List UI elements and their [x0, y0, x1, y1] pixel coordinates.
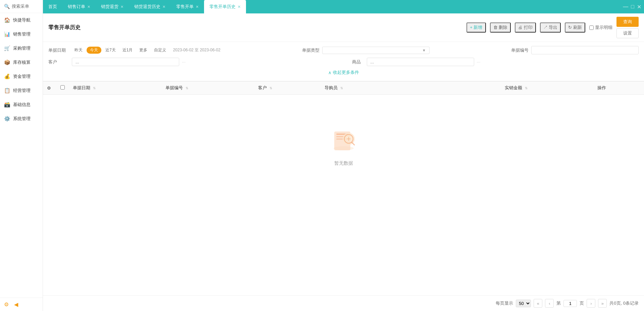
tab-sales-return-history[interactable]: 销货退货历史 ✕ — [129, 0, 171, 13]
page-size-select[interactable]: 50 — [516, 300, 531, 307]
sidebar-item-label: 经营管理 — [13, 88, 31, 94]
sort-icon: ⇅ — [340, 86, 343, 90]
customer-dots: ··· — [182, 59, 186, 64]
th-checkbox[interactable] — [56, 82, 69, 95]
date-btn-more[interactable]: 更多 — [137, 47, 150, 54]
table-footer: 每页显示 50 « ‹ 第 页 › » 共0页, 0条记录 — [43, 295, 644, 311]
refresh-button[interactable]: ↻ 刷新 — [565, 22, 585, 33]
collapse-bar[interactable]: ∧ 收起更多条件 — [48, 68, 639, 77]
date-btn-7days[interactable]: 近7天 — [103, 47, 118, 54]
sidebar-search-label: 搜索采单 — [12, 3, 29, 9]
tab-retail-open[interactable]: 零售开单 ✕ — [171, 0, 204, 13]
tab-close-icon[interactable]: ✕ — [238, 5, 241, 9]
customer-input[interactable] — [72, 58, 179, 66]
chevron-down-icon: ▼ — [422, 48, 426, 52]
tab-sales-return[interactable]: 销货退货 ✕ — [96, 0, 129, 13]
sidebar-item-quick-nav[interactable]: 🏠 快捷导航 — [0, 13, 43, 27]
tab-retail-open-label: 零售开单 — [176, 4, 194, 10]
maximize-button[interactable]: □ — [631, 4, 634, 10]
last-page-button[interactable]: » — [598, 299, 607, 308]
close-button[interactable]: ✕ — [637, 4, 641, 10]
sidebar-item-label: 系统管理 — [13, 116, 31, 122]
th-settings[interactable]: ⚙ — [43, 82, 56, 95]
page-size-label: 每页显示 — [496, 300, 513, 306]
sidebar-item-base-info[interactable]: 🗃️ 基础信息 — [0, 98, 43, 112]
th-action-label: 操作 — [597, 85, 606, 90]
query-button[interactable]: 查询 — [616, 17, 639, 27]
sidebar-item-sales-mgmt[interactable]: 📊 销售管理 — [0, 27, 43, 41]
th-customer[interactable]: 客户 ⇅ — [254, 82, 320, 95]
tab-close-icon[interactable]: ✕ — [87, 5, 90, 9]
tab-sales-order[interactable]: 销售订单 ✕ — [62, 0, 96, 13]
add-button[interactable]: + 新增 — [466, 22, 486, 33]
sidebar-search[interactable]: 🔍 搜索采单 — [0, 0, 43, 13]
display-detail-label: 显示明细 — [595, 24, 612, 31]
date-btn-today[interactable]: 今天 — [87, 47, 101, 54]
display-detail-checkbox[interactable] — [589, 25, 594, 30]
th-doc-no-label: 单据编号 — [165, 85, 183, 90]
date-btn-1month[interactable]: 近1月 — [120, 47, 136, 54]
delete-button[interactable]: 🗑 删除 — [490, 22, 511, 33]
export-button[interactable]: ↗ 导出 — [540, 22, 561, 33]
empty-illustration — [327, 121, 360, 155]
settings-icon[interactable]: ⚙ — [4, 301, 9, 308]
tab-close-icon[interactable]: ✕ — [120, 5, 123, 9]
next-page-icon: › — [590, 301, 592, 306]
tab-home-label: 首页 — [48, 4, 57, 10]
tab-home[interactable]: 首页 — [43, 0, 62, 13]
goods-label: 商品 — [344, 59, 364, 65]
th-date-label: 单据日期 — [73, 85, 90, 90]
tab-sales-return-label: 销货退货 — [101, 4, 118, 10]
sidebar-item-label: 资金管理 — [13, 73, 31, 80]
tab-close-icon[interactable]: ✕ — [162, 5, 165, 9]
gear-icon: ⚙️ — [4, 116, 10, 122]
sidebar-item-purchase-mgmt[interactable]: 🛒 采购管理 — [0, 41, 43, 55]
page-label: 第 — [556, 300, 561, 306]
tab-retail-open-history[interactable]: 零售开单历史 ✕ — [204, 0, 246, 13]
th-doc-no[interactable]: 单据编号 ⇅ — [161, 82, 254, 95]
select-all-checkbox[interactable] — [60, 85, 65, 90]
doc-type-select[interactable]: ▼ — [322, 47, 430, 54]
empty-state: 暂无数据 — [43, 95, 644, 193]
sidebar-item-label: 基础信息 — [13, 102, 31, 108]
setting-button[interactable]: 设置 — [616, 28, 639, 38]
sidebar-item-sys-mgmt[interactable]: ⚙️ 系统管理 — [0, 112, 43, 126]
sidebar-menu: 🏠 快捷导航 📊 销售管理 🛒 采购管理 📦 库存核算 💰 资金管理 📋 经营管… — [0, 13, 43, 298]
first-page-button[interactable]: « — [534, 299, 542, 308]
page-input[interactable] — [563, 300, 577, 307]
print-button[interactable]: 🖨 打印 — [515, 22, 536, 33]
sort-icon: ⇅ — [93, 86, 96, 90]
doc-no-input[interactable] — [531, 46, 639, 54]
search-icon: 🔍 — [4, 4, 10, 9]
th-date[interactable]: 单据日期 ⇅ — [69, 82, 161, 95]
date-range: 2023-06-02 至 2023-06-02 — [173, 47, 220, 53]
tab-retail-open-history-label: 零售开单历史 — [209, 4, 236, 10]
chart-icon: 📊 — [4, 31, 10, 37]
th-guide[interactable]: 导购员 ⇅ — [320, 82, 400, 95]
minimize-button[interactable]: — — [623, 4, 628, 10]
settings-icon[interactable]: ⚙ — [47, 86, 51, 91]
goods-input[interactable] — [367, 58, 474, 66]
last-page-icon: » — [601, 301, 604, 306]
prev-page-button[interactable]: ‹ — [545, 299, 554, 308]
date-btn-yesterday[interactable]: 昨天 — [72, 47, 85, 54]
collapse-icon[interactable]: ◀ — [14, 301, 18, 308]
date-btn-custom[interactable]: 自定义 — [151, 47, 169, 54]
next-page-button[interactable]: › — [587, 299, 595, 308]
sidebar-item-finance[interactable]: 💰 资金管理 — [0, 69, 43, 84]
filter-area: 单据日期 昨天 今天 近7天 近1月 更多 自定义 2023-06-02 至 2… — [43, 42, 644, 81]
th-customer-label: 客户 — [258, 85, 267, 90]
empty-text: 暂无数据 — [334, 160, 353, 166]
date-label: 单据日期 — [48, 47, 72, 53]
table-header-row: ⚙ 单据日期 ⇅ 单据编号 ⇅ — [43, 82, 644, 95]
content-area: 零售开单历史 + 新增 🗑 删除 🖨 打印 ↗ 导出 ↻ 刷新 显示明细 查询 … — [43, 13, 644, 311]
page-title: 零售开单历史 — [48, 24, 81, 31]
window-controls: — □ ✕ — [623, 4, 644, 10]
sidebar-item-operations[interactable]: 📋 经营管理 — [0, 84, 43, 98]
customer-label: 客户 — [48, 59, 72, 65]
sidebar-item-inventory[interactable]: 📦 库存核算 — [0, 55, 43, 69]
display-detail-toggle[interactable]: 显示明细 — [589, 24, 612, 31]
th-amount[interactable]: 实销金额 ⇅ — [501, 82, 593, 95]
tab-close-icon[interactable]: ✕ — [196, 5, 199, 9]
filter-row-1: 单据日期 昨天 今天 近7天 近1月 更多 自定义 2023-06-02 至 2… — [48, 46, 639, 54]
